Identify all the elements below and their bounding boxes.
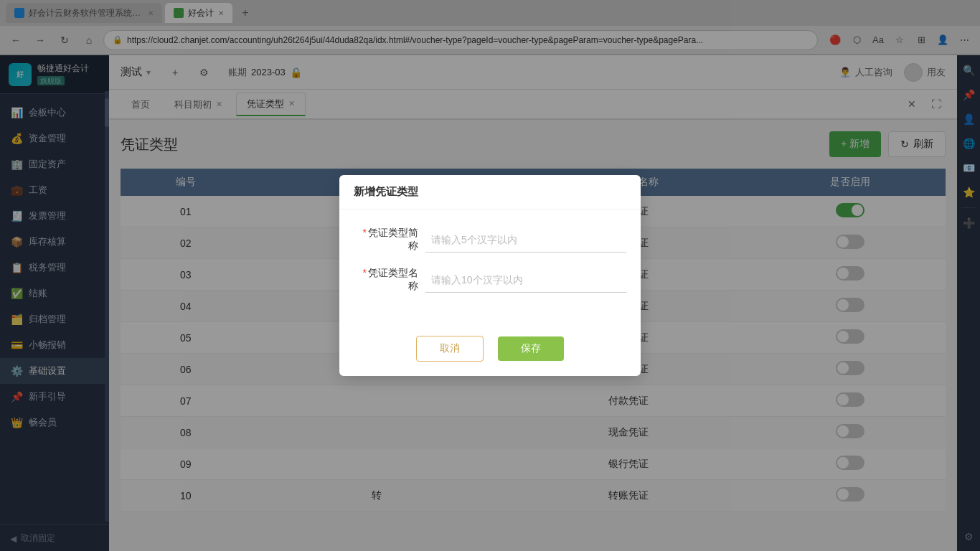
name-required: * [363, 267, 367, 278]
modal-header: 新增凭证类型 [339, 175, 641, 209]
form-row-abbr: *凭证类型简称 [354, 227, 626, 253]
modal-body: *凭证类型简称 *凭证类型名称 [339, 209, 641, 324]
abbr-label: *凭证类型简称 [354, 227, 425, 253]
name-input[interactable] [425, 267, 626, 293]
modal-footer: 取消 保存 [339, 324, 641, 376]
form-row-name: *凭证类型名称 [354, 267, 626, 293]
modal-overlay: 新增凭证类型 *凭证类型简称 *凭证类型名称 取消 保存 [0, 0, 980, 551]
cancel-button[interactable]: 取消 [416, 336, 484, 362]
abbr-required: * [363, 227, 367, 238]
cancel-label: 取消 [440, 342, 460, 354]
modal-dialog: 新增凭证类型 *凭证类型简称 *凭证类型名称 取消 保存 [339, 175, 641, 376]
abbr-input[interactable] [425, 227, 626, 253]
save-label: 保存 [521, 342, 541, 354]
name-label: *凭证类型名称 [354, 267, 425, 293]
save-button[interactable]: 保存 [498, 336, 564, 361]
modal-title: 新增凭证类型 [354, 185, 418, 199]
